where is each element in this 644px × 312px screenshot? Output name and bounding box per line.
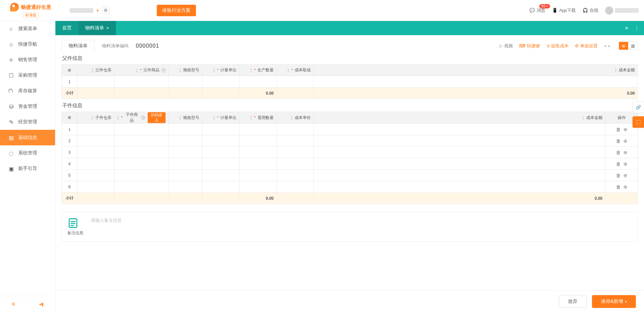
table-row[interactable]: 2🗑⊕ <box>62 135 638 147</box>
col-child-price[interactable]: 成本单价 <box>295 115 311 121</box>
col-parent-spec[interactable]: 规格型号 <box>183 67 199 73</box>
sidebar-item-label: 快捷导航 <box>18 41 37 47</box>
tabs-close-all-button[interactable]: ✕ <box>622 23 631 33</box>
chevron-down-icon: ▾ <box>625 300 627 304</box>
delete-row-button[interactable]: 🗑 <box>616 173 621 178</box>
doc-code-label: 物料清单编码 <box>102 43 128 49</box>
gear-icon[interactable]: ⚙ <box>68 68 71 73</box>
sidebar: ⌕搜索菜单⌂快捷导航⌾销售管理☐采购管理⛫库存核算⛁资金管理✎经营管理▤基础信息… <box>0 21 55 312</box>
org-settings-button[interactable]: ⚙ <box>102 7 109 14</box>
support-button[interactable]: 🎧 在线 <box>583 7 598 14</box>
gear-icon[interactable]: ⚙ <box>68 115 71 120</box>
view-toggle: ≣ ▦ <box>619 42 638 50</box>
delete-row-button[interactable]: 🗑 <box>616 184 621 190</box>
table-row[interactable]: 6🗑⊕ <box>62 181 638 193</box>
delete-row-button[interactable]: 🗑 <box>616 150 621 155</box>
user-menu[interactable] <box>605 6 639 15</box>
add-row-button[interactable]: ⊕ <box>623 127 627 132</box>
col-child-product[interactable]: 子件商品 <box>124 112 139 123</box>
menu-icon: ☐ <box>8 72 14 79</box>
info-icon[interactable]: ? <box>141 116 145 120</box>
add-row-button[interactable]: ⊕ <box>623 150 627 155</box>
sidebar-collapse-button[interactable]: ◂▮ <box>39 302 44 307</box>
table-row[interactable]: 4🗑⊕ <box>62 158 638 170</box>
col-child-qty[interactable]: 需用数量 <box>257 115 274 121</box>
messages-button[interactable]: 💬 消息 99 + <box>529 7 545 14</box>
view-list-button[interactable]: ≣ <box>619 42 628 50</box>
sidebar-item-search[interactable]: ⌕搜索菜单 <box>0 21 55 37</box>
doc-tab[interactable]: 物料清单 <box>61 40 95 52</box>
tab-bom[interactable]: 物料清单 ✕ <box>78 21 116 35</box>
expand-button[interactable]: ⛶ <box>633 116 644 128</box>
col-parent-amount[interactable]: 成本金额 <box>619 67 635 73</box>
delete-row-button[interactable]: 🗑 <box>616 138 621 144</box>
download-button[interactable]: 📱 App下载 <box>552 7 576 14</box>
remark-input[interactable] <box>91 217 632 231</box>
add-row-button[interactable]: ⊕ <box>623 184 627 190</box>
org-selector[interactable]: ▾ ⚙ <box>70 7 151 14</box>
col-parent-qty[interactable]: 生产数量 <box>257 67 274 73</box>
col-child-warehouse[interactable]: 子件仓库 <box>95 115 112 121</box>
save-button[interactable]: 保存&新增▾ <box>592 295 636 308</box>
child-section-title: 子件信息 <box>62 102 638 109</box>
add-row-button[interactable]: ⊕ <box>623 173 627 178</box>
prev-doc-button[interactable]: ◂ <box>604 43 606 48</box>
sidebar-item-operation[interactable]: ✎经营管理 <box>0 114 55 130</box>
col-parent-unit[interactable]: 计量单位 <box>220 67 237 73</box>
table-row[interactable]: 1 <box>62 76 638 88</box>
table-row[interactable]: 1🗑⊕ <box>62 124 638 135</box>
sidebar-item-inventory[interactable]: ⛫库存核算 <box>0 83 55 99</box>
menu-icon: ⛁ <box>8 103 14 110</box>
col-parent-warehouse[interactable]: 父件仓库 <box>95 67 112 73</box>
next-doc-button[interactable]: ▸ <box>608 43 611 48</box>
col-child-unit[interactable]: 计量单位 <box>220 115 237 121</box>
extract-cost-link[interactable]: ⇲提取成本 <box>546 43 569 49</box>
add-row-button[interactable]: ⊕ <box>623 138 627 144</box>
table-row[interactable]: 3🗑⊕ <box>62 147 638 158</box>
video-link[interactable]: ▷视频 <box>499 43 513 49</box>
sidebar-item-sales[interactable]: ⌾销售管理 <box>0 52 55 68</box>
menu-icon: ⛫ <box>8 88 14 94</box>
sidebar-item-quicknav[interactable]: ⌂快捷导航 <box>0 37 55 52</box>
delete-row-button[interactable]: 🗑 <box>616 161 621 167</box>
add-row-button[interactable]: ⊕ <box>623 161 627 167</box>
col-parent-costsrc[interactable]: 成本取值 <box>295 67 311 73</box>
sidebar-item-basics[interactable]: ▤基础信息 <box>0 130 55 145</box>
tab-home[interactable]: 首页 <box>55 21 78 35</box>
sidebar-item-label: 资金管理 <box>18 103 37 110</box>
discard-button[interactable]: 放弃 <box>559 295 587 308</box>
document-toolbar: 物料清单 物料清单编码 0000001 ▷视频 ⌨快捷键 ⇲提取成本 ⚙单据设置… <box>61 40 638 52</box>
col-child-ops: 操作 <box>618 115 626 121</box>
sidebar-item-label: 基础信息 <box>18 135 37 141</box>
sidebar-item-label: 销售管理 <box>18 57 37 63</box>
col-parent-product[interactable]: 父件商品 <box>143 67 159 73</box>
attachment-button[interactable]: 🔗 <box>633 101 644 113</box>
headset-icon: 🎧 <box>583 8 588 13</box>
child-subtotal-label: 小计 <box>62 193 77 204</box>
col-child-amount[interactable]: 成本金额 <box>586 115 602 121</box>
sidebar-item-purchase[interactable]: ☐采购管理 <box>0 68 55 83</box>
sidebar-item-system[interactable]: ◌系统管理 <box>0 145 55 161</box>
child-grid: ⚙ ▴▾子件仓库 ▴▾*子件商品?扫码录入 ▴▾规格型号 ▴▾*计量单位 ▴▾*… <box>61 112 638 204</box>
scan-entry-button[interactable]: 扫码录入 <box>148 112 166 123</box>
table-row[interactable]: 5🗑⊕ <box>62 170 638 181</box>
view-card-button[interactable]: ▦ <box>628 42 638 50</box>
delete-row-button[interactable]: 🗑 <box>616 127 621 132</box>
sidebar-item-guide[interactable]: ▣新手引导 <box>0 161 55 176</box>
close-icon[interactable]: ✕ <box>106 26 109 30</box>
gear-icon: ⚙ <box>575 43 579 48</box>
avatar <box>605 6 613 15</box>
sidebar-item-funds[interactable]: ⛁资金管理 <box>0 99 55 114</box>
sidebar-item-label: 新手引导 <box>18 166 37 172</box>
promo-button[interactable]: 体验行业方案 <box>157 5 196 16</box>
doc-settings-link[interactable]: ⚙单据设置 <box>575 43 598 49</box>
logo-icon <box>10 3 19 11</box>
row-index: 2 <box>62 135 77 147</box>
hotkey-link[interactable]: ⌨快捷键 <box>519 43 540 49</box>
sidebar-settings-button[interactable]: ⚙ <box>11 302 16 307</box>
play-icon: ▷ <box>499 43 503 48</box>
col-child-spec[interactable]: 规格型号 <box>183 115 199 121</box>
tabs-more-button[interactable]: ⋮ <box>632 23 641 33</box>
info-icon[interactable]: ? <box>162 68 166 72</box>
child-subtotal-amount: 0.00 <box>314 193 605 204</box>
